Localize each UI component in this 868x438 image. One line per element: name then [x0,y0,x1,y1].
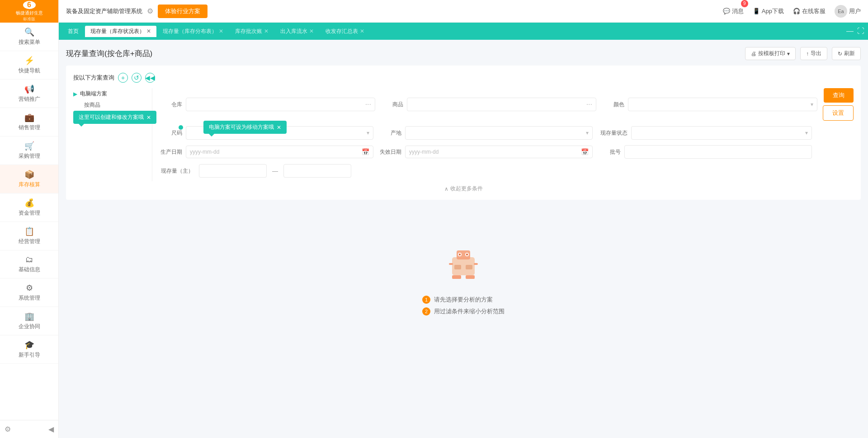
sidebar-item-guide[interactable]: 🎓 新手引导 [0,335,58,364]
user-profile-btn[interactable]: Ea 用户 [835,5,861,18]
sidebar: 6 畅捷通好生意 标准版 🔍 搜索菜单 ⚡ 快捷导航 📢 营销推广 💼 销售管理… [0,0,59,438]
refresh-scheme-btn[interactable]: ↺ [132,73,142,83]
template-print-btn[interactable]: 🖨 按模板打印 ▾ [745,47,796,60]
step-2-text: 用过滤条件来缩小分析范围 [434,307,505,316]
page-title: 现存量查询(按仓库+商品) [66,48,152,59]
settings-icon[interactable]: ⚙ [147,7,153,15]
search-btn[interactable]: 查询 [824,88,854,103]
tab-summary-close[interactable]: ✕ [360,28,364,34]
reset-btn[interactable]: 设置 [823,105,854,121]
sidebar-item-enterprise[interactable]: 🏢 企业协同 [0,307,58,335]
production-date-from[interactable]: yyyy-mm-dd 📅 [186,146,373,158]
tab-inventory-status[interactable]: 现存量（库存状况表） ✕ [85,26,156,37]
sidebar-item-system[interactable]: ⚙ 系统管理 [0,278,58,307]
by-goods-label: 按商品 [84,101,100,109]
tab-inventory-dist[interactable]: 现存量（库存分布表） ✕ [157,26,229,37]
pc-scheme-label: 电脑端方案 [80,90,107,98]
collapse-filter-btn[interactable]: ∧ 收起更多条件 [444,185,483,193]
app-download-btn[interactable]: 📱 App下载 [753,7,784,15]
tab-in-out-flow-label: 出入库流水 [280,28,307,35]
sidebar-item-finance[interactable]: 💰 资金管理 [0,193,58,222]
add-scheme-btn[interactable]: + [118,73,128,83]
empty-step-1: 1 请先选择要分析的方案 [422,296,505,304]
tab-minimize-btn[interactable]: — [846,27,854,35]
topbar-left: 装备及固定资产辅助管理系统 ⚙ 体验行业方案 [66,5,208,18]
stock-status-dropdown-arrow: ▾ [805,130,808,136]
by-goods-item[interactable]: 按商品 [82,99,146,111]
tab-batch-account[interactable]: 库存批次账 ✕ [230,26,274,37]
step-num-2: 2 [422,307,430,316]
stock-range-from[interactable] [199,164,267,178]
service-icon: 🎧 [793,8,800,14]
search-icon: 🔍 [24,27,34,37]
back-scheme-btn[interactable]: ◀◀ [145,73,155,83]
goods-label: 商品 [381,101,403,108]
tab-maximize-btn[interactable]: ⛶ [857,27,864,35]
sidebar-item-search[interactable]: 🔍 搜索菜单 [0,23,58,51]
goods-more-icon[interactable]: ··· [586,100,592,108]
color-input[interactable]: ▾ [628,98,817,111]
user-label: 用户 [849,7,861,15]
export-icon: ↑ [806,51,809,57]
sidebar-item-operations-label: 经营管理 [19,238,40,245]
sidebar-item-marketing[interactable]: 📢 营销推广 [0,80,58,108]
online-service-btn[interactable]: 🎧 在线客服 [793,7,826,15]
notifications-btn[interactable]: 💬 消息 9 [723,7,744,15]
operations-icon: 📋 [24,226,34,236]
tab-in-out-flow-close[interactable]: ✕ [309,28,314,34]
stock-status-input[interactable]: ▾ [631,126,812,140]
sidebar-item-search-label: 搜索菜单 [19,38,40,46]
logo-icon: 6 [23,1,36,9]
origin-dropdown-arrow: ▾ [586,130,589,136]
message-icon: 💬 [723,8,730,14]
empty-steps: 1 请先选择要分析的方案 2 用过滤条件来缩小分析范围 [422,296,505,316]
main-area: 装备及固定资产辅助管理系统 ⚙ 体验行业方案 💬 消息 9 📱 App下载 🎧 … [59,0,868,438]
basic-icon: 🗂 [25,255,33,264]
field-expiry-date: 失效日期 yyyy-mm-dd 📅 [379,146,593,158]
stock-main-label: 现存量（主） [160,167,193,175]
edit-tooltip-close[interactable]: ✕ [146,114,151,121]
collapse-sidebar-btn[interactable]: ◀ [48,425,54,433]
tabs-bar: 首页 现存量（库存状况表） ✕ 现存量（库存分布表） ✕ 库存批次账 ✕ 出入库… [59,23,868,40]
inventory-icon: 📦 [24,170,34,179]
try-industry-btn[interactable]: 体验行业方案 [158,5,208,18]
tab-summary[interactable]: 收发存汇总表 ✕ [320,26,370,37]
sidebar-item-finance-label: 资金管理 [19,209,40,217]
tab-in-out-flow[interactable]: 出入库流水 ✕ [275,26,319,37]
sidebar-item-inventory[interactable]: 📦 库存核算 [0,165,58,193]
tab-inventory-dist-label: 现存量（库存分布表） [163,28,217,35]
sidebar-item-basic[interactable]: 🗂 基础信息 [0,250,58,278]
sidebar-item-operations[interactable]: 📋 经营管理 [0,222,58,250]
goods-input[interactable]: ··· [407,98,596,111]
export-btn[interactable]: ↑ 导出 [800,47,827,60]
origin-input[interactable]: ▾ [405,126,593,140]
batch-no-input[interactable] [624,145,812,159]
warehouse-input[interactable]: ··· [186,98,375,111]
stock-range-to[interactable] [283,164,351,178]
tab-inventory-dist-close[interactable]: ✕ [219,28,223,34]
printer-icon: 🖨 [751,51,756,57]
filter-card: 按以下方案查询 + ↺ ◀◀ 电脑方案可设为移动方案哦 ✕ ▶ [66,66,861,200]
settings-footer-btn[interactable]: ⚙ [5,425,11,433]
refresh-btn[interactable]: ↻ 刷新 [832,47,861,60]
sidebar-item-quick[interactable]: ⚡ 快捷导航 [0,51,58,80]
sidebar-item-guide-label: 新手引导 [19,351,40,359]
production-date-from-placeholder: yyyy-mm-dd [190,149,362,155]
size-label: 尺码 [160,129,182,137]
system-icon: ⚙ [26,283,33,293]
sidebar-item-purchase-label: 采购管理 [19,152,40,160]
purchase-icon: 🛒 [24,141,34,151]
range-separator: — [272,168,278,174]
pc-scheme-item[interactable]: ▶ 电脑端方案 [73,88,146,99]
warehouse-more-icon[interactable]: ··· [365,100,371,108]
tab-home[interactable]: 首页 [62,26,84,37]
sidebar-item-purchase[interactable]: 🛒 采购管理 [0,137,58,165]
page-title-row: 现存量查询(按仓库+商品) 🖨 按模板打印 ▾ ↑ 导出 ↻ 刷新 [66,47,861,60]
field-batch-no: 批号 [598,145,812,159]
sidebar-item-sales[interactable]: 💼 销售管理 [0,108,58,137]
scheme-tooltip-close[interactable]: ✕ [277,124,281,131]
tab-batch-account-close[interactable]: ✕ [264,28,269,34]
filter-fields: 仓库 ··· 商品 ··· [152,88,854,181]
tab-inventory-status-close[interactable]: ✕ [146,28,151,34]
expiry-date-from[interactable]: yyyy-mm-dd 📅 [405,146,593,158]
